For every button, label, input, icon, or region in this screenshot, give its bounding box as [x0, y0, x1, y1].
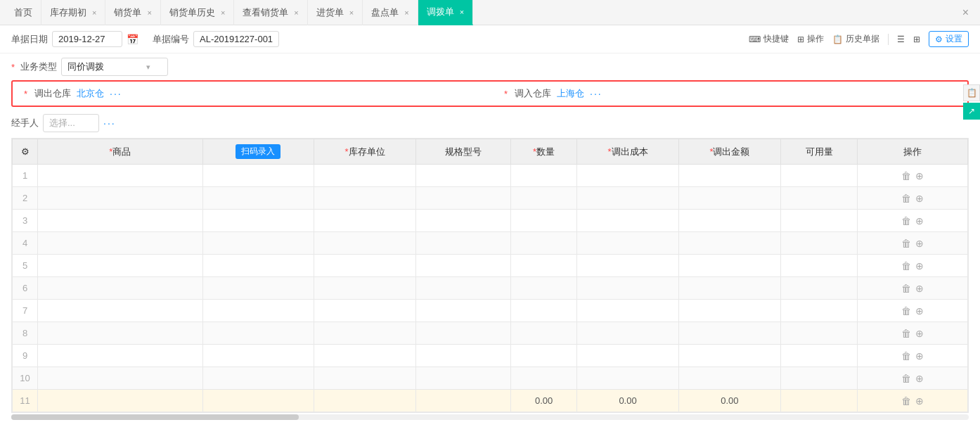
- delete-icon-7[interactable]: 🗑: [901, 305, 911, 317]
- copy-icon-11[interactable]: ⊕: [915, 395, 924, 407]
- product-cell-3[interactable]: [38, 210, 203, 232]
- product-cell-6[interactable]: [38, 277, 203, 300]
- calendar-icon[interactable]: 📅: [127, 34, 138, 45]
- delete-icon-4[interactable]: 🗑: [901, 238, 911, 249]
- spec-cell-5[interactable]: [416, 255, 511, 277]
- unit-cell-9[interactable]: [314, 345, 416, 367]
- delete-icon-11[interactable]: 🗑: [901, 395, 911, 407]
- tab-sales-order[interactable]: 销货单 ×: [105, 0, 160, 25]
- delete-icon-8[interactable]: 🗑: [901, 328, 911, 339]
- qty-cell-6[interactable]: [511, 277, 577, 300]
- delete-icon-10[interactable]: 🗑: [901, 373, 911, 384]
- spec-cell-10[interactable]: [416, 367, 511, 390]
- tab-view-sales[interactable]: 查看销货单 ×: [234, 0, 307, 25]
- tab-inventory-check-close[interactable]: ×: [404, 8, 408, 17]
- side-list-icon[interactable]: 📋: [963, 84, 980, 101]
- unit-cell-8[interactable]: [314, 322, 416, 345]
- product-cell-5[interactable]: [38, 255, 203, 277]
- qty-cell-1[interactable]: [511, 165, 577, 187]
- cost-cell-2[interactable]: [577, 187, 679, 210]
- qty-cell-3[interactable]: [511, 210, 577, 232]
- warehouse-out-value[interactable]: 北京仓: [77, 87, 104, 100]
- cost-cell-3[interactable]: [577, 210, 679, 232]
- scan-button[interactable]: 扫码录入: [236, 144, 281, 159]
- spec-cell-4[interactable]: [416, 232, 511, 255]
- delete-icon-2[interactable]: 🗑: [901, 193, 911, 204]
- qty-cell-10[interactable]: [511, 367, 577, 390]
- date-value[interactable]: 2019-12-27: [52, 31, 122, 47]
- delete-icon-5[interactable]: 🗑: [901, 260, 911, 272]
- product-cell-9[interactable]: [38, 345, 203, 367]
- warehouse-in-value[interactable]: 上海仓: [557, 87, 584, 100]
- cost-cell-6[interactable]: [577, 277, 679, 300]
- tab-inventory-init[interactable]: 库存期初 ×: [41, 0, 105, 25]
- product-cell-10[interactable]: [38, 367, 203, 390]
- scrollbar-thumb[interactable]: [11, 414, 299, 420]
- cost-cell-1[interactable]: [577, 165, 679, 187]
- unit-cell-6[interactable]: [314, 277, 416, 300]
- delete-icon-6[interactable]: 🗑: [901, 283, 911, 294]
- amount-cell-1[interactable]: [678, 165, 780, 187]
- gear-column-header[interactable]: ⚙: [13, 139, 38, 165]
- qty-cell-5[interactable]: [511, 255, 577, 277]
- amount-cell-2[interactable]: [678, 187, 780, 210]
- tab-sales-history[interactable]: 销货单历史 ×: [161, 0, 234, 25]
- cost-cell-8[interactable]: [577, 322, 679, 345]
- handler-input[interactable]: 选择...: [43, 114, 99, 132]
- spec-cell-8[interactable]: [416, 322, 511, 345]
- grid-view-btn2[interactable]: ⊞: [913, 34, 920, 44]
- tab-view-sales-close[interactable]: ×: [294, 8, 298, 17]
- cost-cell-9[interactable]: [577, 345, 679, 367]
- operation-btn[interactable]: ⊞ 操作: [797, 33, 824, 45]
- unit-cell-2[interactable]: [314, 187, 416, 210]
- qty-cell-9[interactable]: [511, 345, 577, 367]
- tab-home[interactable]: 首页: [6, 0, 41, 25]
- tab-purchase-order[interactable]: 进货单 ×: [308, 0, 363, 25]
- horizontal-scrollbar[interactable]: [11, 414, 969, 420]
- product-cell-8[interactable]: [38, 322, 203, 345]
- shortcut-btn[interactable]: ⌨ 快捷键: [749, 33, 789, 45]
- tab-sales-order-close[interactable]: ×: [147, 8, 151, 17]
- copy-icon-7[interactable]: ⊕: [915, 305, 924, 317]
- tab-transfer-order[interactable]: 调拨单 ×: [418, 0, 473, 25]
- product-cell-2[interactable]: [38, 187, 203, 210]
- product-cell-7[interactable]: [38, 300, 203, 322]
- qty-cell-4[interactable]: [511, 232, 577, 255]
- amount-cell-3[interactable]: [678, 210, 780, 232]
- settings-button[interactable]: ⚙ 设置: [929, 31, 969, 47]
- copy-icon-2[interactable]: ⊕: [915, 193, 924, 204]
- amount-cell-5[interactable]: [678, 255, 780, 277]
- copy-icon-4[interactable]: ⊕: [915, 238, 924, 249]
- spec-cell-3[interactable]: [416, 210, 511, 232]
- business-type-dropdown[interactable]: 同价调拨 ▾: [61, 58, 168, 76]
- spec-cell-6[interactable]: [416, 277, 511, 300]
- unit-cell-4[interactable]: [314, 232, 416, 255]
- unit-cell-10[interactable]: [314, 367, 416, 390]
- spec-cell-2[interactable]: [416, 187, 511, 210]
- tab-inventory-check[interactable]: 盘点单 ×: [363, 0, 418, 25]
- delete-icon-9[interactable]: 🗑: [901, 350, 911, 362]
- amount-cell-4[interactable]: [678, 232, 780, 255]
- unit-cell-7[interactable]: [314, 300, 416, 322]
- handler-more[interactable]: ···: [103, 117, 116, 129]
- amount-cell-7[interactable]: [678, 300, 780, 322]
- spec-cell-7[interactable]: [416, 300, 511, 322]
- copy-icon-5[interactable]: ⊕: [915, 260, 924, 272]
- copy-icon-8[interactable]: ⊕: [915, 328, 924, 339]
- qty-cell-8[interactable]: [511, 322, 577, 345]
- delete-icon-1[interactable]: 🗑: [901, 170, 911, 181]
- grid-view-btn[interactable]: ☰: [897, 34, 905, 44]
- warehouse-in-more[interactable]: ···: [590, 88, 602, 99]
- product-cell-4[interactable]: [38, 232, 203, 255]
- spec-cell-9[interactable]: [416, 345, 511, 367]
- side-expand-icon[interactable]: ↗: [963, 103, 980, 120]
- amount-cell-8[interactable]: [678, 322, 780, 345]
- unit-cell-3[interactable]: [314, 210, 416, 232]
- qty-cell-2[interactable]: [511, 187, 577, 210]
- product-cell-1[interactable]: [38, 165, 203, 187]
- cost-cell-7[interactable]: [577, 300, 679, 322]
- spec-cell-1[interactable]: [416, 165, 511, 187]
- cost-cell-10[interactable]: [577, 367, 679, 390]
- tab-transfer-order-close[interactable]: ×: [460, 8, 464, 16]
- copy-icon-6[interactable]: ⊕: [915, 283, 924, 294]
